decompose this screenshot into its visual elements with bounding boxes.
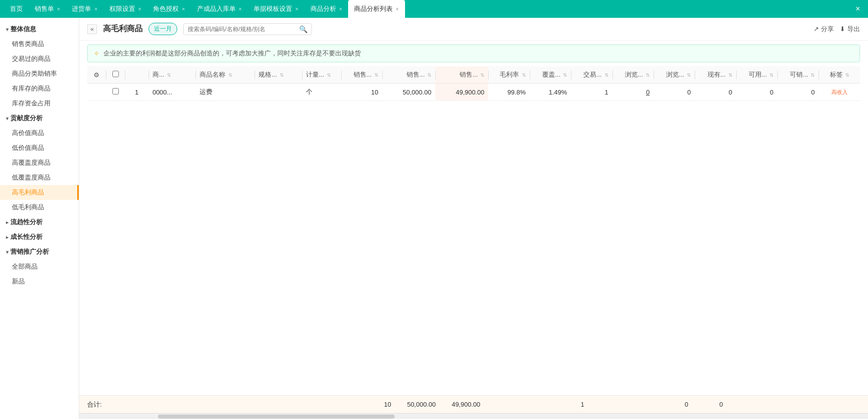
- app-close-button[interactable]: ×: [852, 4, 864, 13]
- horizontal-scrollbar[interactable]: [79, 413, 868, 419]
- col-header-spec[interactable]: 规格... ⇅: [255, 66, 302, 84]
- row-checkbox-cell[interactable]: [106, 84, 125, 101]
- row-name[interactable]: 运费: [196, 84, 255, 101]
- sort-icon-cover: ⇅: [563, 72, 567, 78]
- footer-stock2: 0: [692, 401, 727, 408]
- sidebar-group-trend[interactable]: ▸ 流趋性分析: [0, 215, 79, 230]
- sort-icon-margin: ⇅: [522, 72, 526, 78]
- collapse-icon: «: [90, 25, 94, 33]
- share-button[interactable]: ↗ 分享: [814, 25, 834, 34]
- table-container[interactable]: ⚙ 商... ⇅ 商品名称 ⇅: [79, 66, 868, 395]
- col-header-sale-qty[interactable]: 销售... ⇅: [341, 66, 382, 84]
- col-header-browse1[interactable]: 浏览... ⇅: [613, 66, 654, 84]
- sidebar-item-category-rate[interactable]: 商品分类助销率: [0, 66, 79, 81]
- row-sale-qty: 10: [341, 84, 382, 101]
- sidebar-item-low-coverage[interactable]: 低覆盖度商品: [0, 170, 79, 185]
- sidebar-item-new-goods[interactable]: 新品: [0, 274, 79, 289]
- nav-tab-purchase-close[interactable]: ×: [94, 6, 97, 12]
- sidebar-item-low-value[interactable]: 低价值商品: [0, 140, 79, 155]
- sidebar-group-growth[interactable]: ▸ 成长性分析: [0, 230, 79, 244]
- col-header-name[interactable]: 商品名称 ⇅: [196, 66, 255, 84]
- nav-tab-role-close[interactable]: ×: [182, 6, 185, 12]
- col-header-stock3[interactable]: 可销... ⇅: [777, 66, 818, 84]
- nav-tab-product-warehouse[interactable]: 产成品入库单 ×: [191, 0, 248, 18]
- sidebar-group-overview-label: 整体信息: [10, 25, 36, 34]
- sidebar-group-overview[interactable]: ▾ 整体信息: [0, 22, 79, 37]
- nav-tab-permission[interactable]: 权限设置 ×: [103, 0, 147, 18]
- page-title: 高毛利商品: [103, 24, 143, 34]
- col-header-tag[interactable]: 标签 ⇅: [818, 66, 860, 84]
- nav-tab-sales-close[interactable]: ×: [57, 6, 60, 12]
- sort-icon-stock3: ⇅: [811, 72, 815, 78]
- col-header-margin[interactable]: 毛利率 ⇅: [488, 66, 529, 84]
- nav-tab-template-label: 单据模板设置: [254, 4, 292, 13]
- nav-tab-goods-analysis-list[interactable]: 商品分析列表 ×: [348, 0, 405, 18]
- scrollbar-thumb[interactable]: [158, 415, 395, 419]
- row-browse1[interactable]: 0: [613, 84, 654, 101]
- row-checkbox[interactable]: [112, 88, 119, 94]
- sidebar-item-high-value[interactable]: 高价值商品: [0, 126, 79, 140]
- sidebar-item-stock-capital[interactable]: 库存资金占用: [0, 96, 79, 111]
- nav-tab-home[interactable]: 首页: [4, 0, 29, 18]
- nav-tab-role[interactable]: 角色授权 ×: [147, 0, 191, 18]
- nav-tab-template[interactable]: 单据模板设置 ×: [248, 0, 304, 18]
- sidebar-item-low-margin[interactable]: 低毛利商品: [0, 200, 79, 215]
- sidebar-item-traded-goods[interactable]: 交易过的商品: [0, 51, 79, 66]
- col-header-trade[interactable]: 交易... ⇅: [571, 66, 612, 84]
- sidebar-group-marketing[interactable]: ▾ 营销推广分析: [0, 244, 79, 259]
- col-header-cover[interactable]: 覆盖... ⇅: [530, 66, 571, 84]
- footer-sale-qty: 10: [360, 401, 395, 408]
- col-header-stock2[interactable]: 可用... ⇅: [736, 66, 777, 84]
- share-label: 分享: [821, 25, 834, 34]
- col-header-sale-amt2[interactable]: 销售... ⇅: [435, 66, 488, 84]
- col-header-check[interactable]: [106, 66, 125, 84]
- col-header-browse2[interactable]: 浏览... ⇅: [654, 66, 695, 84]
- export-icon: ⬇: [840, 25, 845, 33]
- sidebar-item-high-margin[interactable]: 高毛利商品: [0, 185, 79, 200]
- sidebar-group-growth-label: 成长性分析: [10, 233, 43, 241]
- filter-month-button[interactable]: 近一月: [149, 23, 177, 35]
- sidebar-item-high-coverage[interactable]: 高覆盖度商品: [0, 155, 79, 170]
- export-button[interactable]: ⬇ 导出: [840, 25, 860, 34]
- sort-icon-code: ⇅: [167, 72, 171, 78]
- sort-icon-sale-qty: ⇅: [374, 72, 378, 78]
- row-cover: 1.49%: [530, 84, 571, 101]
- sort-icon-spec: ⇅: [280, 72, 284, 78]
- col-header-settings[interactable]: ⚙: [87, 66, 106, 84]
- nav-tab-product-warehouse-close[interactable]: ×: [239, 6, 242, 12]
- col-header-code[interactable]: 商... ⇅: [149, 66, 196, 84]
- col-header-sale-amt1[interactable]: 销售... ⇅: [382, 66, 435, 84]
- search-input[interactable]: [188, 26, 297, 33]
- nav-tab-product-warehouse-label: 产成品入库单: [197, 4, 236, 13]
- nav-tab-permission-close[interactable]: ×: [138, 6, 141, 12]
- nav-tab-goods-analysis[interactable]: 商品分析 ×: [305, 0, 348, 18]
- row-stock2: 0: [736, 84, 777, 101]
- sidebar-item-sales-goods[interactable]: 销售类商品: [0, 37, 79, 51]
- row-code[interactable]: 0000...: [149, 84, 196, 101]
- sidebar-item-all-goods[interactable]: 全部商品: [0, 259, 79, 274]
- nav-tab-sales[interactable]: 销售单 ×: [29, 0, 66, 18]
- col-header-stock1[interactable]: 现有... ⇅: [695, 66, 736, 84]
- sidebar-group-trend-label: 流趋性分析: [10, 218, 43, 227]
- sort-icon-name: ⇅: [228, 72, 232, 78]
- sidebar-item-in-stock-goods[interactable]: 有库存的商品: [0, 81, 79, 96]
- sidebar-collapse-button[interactable]: «: [87, 24, 97, 34]
- sort-icon-stock2: ⇅: [769, 72, 773, 78]
- sort-icon-tag: ⇅: [845, 72, 849, 78]
- nav-tab-goods-analysis-list-close[interactable]: ×: [396, 6, 399, 12]
- col-header-unit[interactable]: 计量... ⇅: [302, 66, 341, 84]
- footer-total: 合计: 10 50,000.00 49,900.00 1 0 0: [79, 395, 868, 413]
- sidebar-group-marketing-label: 营销推广分析: [10, 247, 49, 256]
- sort-icon-sale-amt1: ⇅: [427, 72, 431, 78]
- search-icon[interactable]: 🔍: [299, 25, 307, 33]
- sort-icon-trade: ⇅: [605, 72, 609, 78]
- nav-tab-goods-analysis-label: 商品分析: [310, 4, 336, 13]
- sidebar-group-contribution[interactable]: ▾ 贡献度分析: [0, 111, 79, 126]
- select-all-checkbox[interactable]: [112, 71, 119, 77]
- footer-sale-amt2: 49,900.00: [440, 401, 484, 408]
- search-box: 🔍: [183, 23, 312, 35]
- nav-tab-template-close[interactable]: ×: [295, 6, 298, 12]
- nav-tab-goods-analysis-close[interactable]: ×: [339, 6, 342, 12]
- arrow-right-icon: ▸: [6, 220, 8, 225]
- nav-tab-purchase[interactable]: 进货单 ×: [66, 0, 103, 18]
